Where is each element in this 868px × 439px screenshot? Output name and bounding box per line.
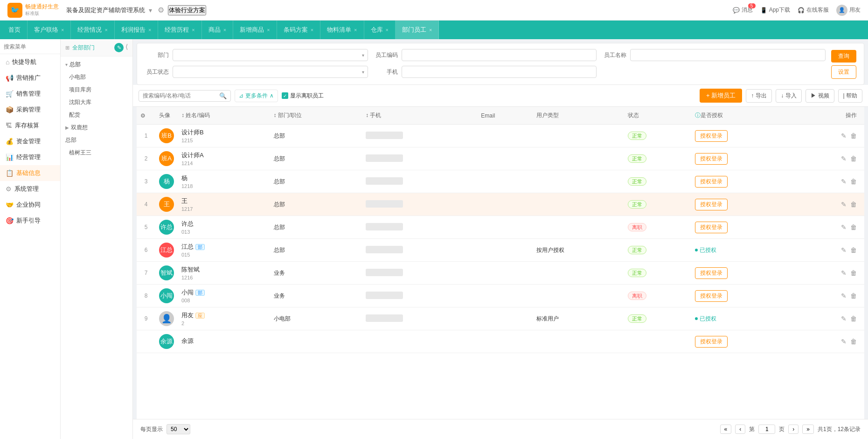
- more-filter-btn[interactable]: ⊿ 更多条件 ∧: [235, 90, 278, 102]
- tab-customer[interactable]: 客户联络×: [28, 21, 71, 39]
- auth-button[interactable]: 授权登录: [695, 222, 728, 233]
- tab-profit[interactable]: 利润报告×: [115, 21, 158, 39]
- sidebar-item-system[interactable]: ⚙ 系统管理: [0, 181, 60, 197]
- page-number-input[interactable]: [758, 425, 775, 434]
- delete-icon[interactable]: 🗑: [850, 315, 857, 322]
- tab-operation[interactable]: 经营情况×: [71, 21, 114, 39]
- video-button[interactable]: ▶ 视频: [806, 89, 834, 103]
- delete-icon[interactable]: 🗑: [850, 223, 857, 231]
- delete-icon[interactable]: 🗑: [850, 292, 857, 300]
- settings-icon[interactable]: ⚙: [158, 6, 164, 14]
- next-page-btn[interactable]: ›: [788, 425, 799, 434]
- prev-page-btn[interactable]: ‹: [735, 425, 745, 434]
- user-area[interactable]: 👤 用友: [836, 5, 861, 16]
- sidebar-item-purchase[interactable]: 📦 采购管理: [0, 102, 60, 118]
- dept-item-project[interactable]: 项目库房: [61, 84, 132, 96]
- set-button[interactable]: 设置: [831, 65, 856, 79]
- sidebar-item-enterprise[interactable]: 🤝 企业协同: [0, 197, 60, 213]
- tab-home[interactable]: 首页: [2, 21, 28, 39]
- close-icon[interactable]: ×: [61, 27, 64, 33]
- tab-barcode[interactable]: 条码方案×: [277, 21, 320, 39]
- edit-icon[interactable]: ✎: [841, 269, 847, 277]
- sidebar-item-operation[interactable]: 📊 经营管理: [0, 149, 60, 165]
- edit-icon[interactable]: ✎: [841, 246, 847, 254]
- close-icon[interactable]: ×: [223, 27, 226, 33]
- last-page-btn[interactable]: »: [802, 425, 814, 434]
- phone-input[interactable]: [402, 66, 597, 78]
- auth-button[interactable]: 授权登录: [695, 336, 728, 348]
- import-button[interactable]: ↓ 导入: [776, 89, 802, 103]
- sidebar-item-guide[interactable]: 🎯 新手引导: [0, 213, 60, 229]
- system-title-dropdown-icon[interactable]: ▾: [149, 7, 152, 14]
- close-icon[interactable]: ×: [354, 27, 357, 33]
- dept-item-zhishu[interactable]: 植树王三: [61, 146, 132, 159]
- edit-icon[interactable]: ✎: [841, 223, 847, 231]
- dept-select[interactable]: [173, 49, 368, 61]
- dept-edit-btn[interactable]: ✎: [114, 43, 124, 52]
- sidebar-item-marketing[interactable]: 📢 营销推广: [0, 70, 60, 86]
- tab-goods[interactable]: 商品×: [202, 21, 233, 39]
- tab-warehouse[interactable]: 仓库×: [364, 21, 396, 39]
- sidebar-item-basic[interactable]: 📋 基础信息: [0, 165, 60, 181]
- page-size-select[interactable]: 50 100: [167, 424, 190, 434]
- close-icon[interactable]: ×: [104, 27, 107, 33]
- collapse-btn[interactable]: ⟨: [125, 43, 128, 52]
- close-icon[interactable]: ×: [267, 27, 270, 33]
- auth-button[interactable]: 授权登录: [695, 130, 728, 142]
- auth-button[interactable]: 授权登录: [695, 267, 728, 279]
- edit-icon[interactable]: ✎: [841, 155, 847, 162]
- edit-icon[interactable]: ✎: [841, 178, 847, 185]
- auth-button[interactable]: 授权登录: [695, 176, 728, 188]
- delete-icon[interactable]: 🗑: [850, 132, 857, 139]
- sidebar-item-sales[interactable]: 🛒 销售管理: [0, 86, 60, 102]
- tab-new-goods[interactable]: 新增商品×: [233, 21, 277, 39]
- close-icon[interactable]: ×: [192, 27, 194, 33]
- dept-item-shenyang[interactable]: 沈阳大库: [61, 96, 132, 109]
- edit-icon[interactable]: ✎: [841, 315, 847, 322]
- emp-code-input[interactable]: [402, 49, 597, 61]
- auth-button[interactable]: 授权登录: [695, 290, 728, 302]
- delete-icon[interactable]: 🗑: [850, 178, 857, 185]
- sidebar-item-inventory[interactable]: 🏗 库存核算: [0, 118, 60, 133]
- auth-button[interactable]: 授权登录: [695, 153, 728, 165]
- edit-icon[interactable]: ✎: [841, 132, 847, 139]
- help-button[interactable]: | 帮助: [838, 89, 862, 103]
- search-input[interactable]: [143, 92, 217, 99]
- close-icon[interactable]: ×: [386, 27, 389, 33]
- edit-icon[interactable]: ✎: [841, 201, 847, 208]
- edit-icon[interactable]: ✎: [841, 292, 847, 300]
- delete-icon[interactable]: 🗑: [850, 269, 857, 277]
- tab-department[interactable]: 部门员工×: [396, 21, 439, 39]
- tab-bom[interactable]: 物料清单×: [320, 21, 364, 39]
- search-input[interactable]: [4, 43, 61, 50]
- auth-button[interactable]: 授权登录: [695, 199, 728, 210]
- close-icon[interactable]: ×: [311, 27, 313, 33]
- sidebar-item-shortcut[interactable]: ⌂ 快捷导航: [0, 54, 60, 70]
- app-download[interactable]: 📱 App下载: [760, 6, 790, 14]
- edit-icon[interactable]: ✎: [841, 338, 847, 345]
- close-icon[interactable]: ×: [148, 27, 151, 33]
- dept-item-zongbu-group[interactable]: ▾ 总部: [61, 58, 132, 71]
- dept-item-shuanglu[interactable]: ▶ 双鹿想: [61, 121, 132, 134]
- online-service[interactable]: 🎧 在线客服: [798, 6, 829, 14]
- add-employee-button[interactable]: + 新增员工: [700, 89, 742, 103]
- first-page-btn[interactable]: «: [720, 425, 732, 434]
- search-button[interactable]: 查询: [831, 50, 856, 63]
- delete-icon[interactable]: 🗑: [850, 201, 857, 208]
- export-button[interactable]: ↑ 导出: [746, 89, 772, 103]
- sidebar-item-finance[interactable]: 💰 资金管理: [0, 133, 60, 149]
- show-inactive-checkbox[interactable]: ✓: [282, 92, 288, 99]
- delete-icon[interactable]: 🗑: [850, 246, 857, 254]
- delete-icon[interactable]: 🗑: [850, 338, 857, 345]
- dept-item-xiaodian[interactable]: 小电部: [61, 71, 132, 84]
- dept-item-peihuo[interactable]: 配货: [61, 109, 132, 121]
- emp-name-input[interactable]: [630, 49, 826, 61]
- close-icon[interactable]: ×: [429, 27, 432, 33]
- tab-history[interactable]: 经营历程×: [158, 21, 201, 39]
- dept-item-zongbu[interactable]: 总部: [61, 134, 132, 146]
- delete-icon[interactable]: 🗑: [850, 155, 857, 162]
- settings-icon[interactable]: ⚙: [140, 112, 146, 119]
- trial-button[interactable]: 体验行业方案: [168, 5, 206, 15]
- notification-area[interactable]: 💬 消息 5: [733, 6, 753, 14]
- status-select[interactable]: [173, 66, 368, 78]
